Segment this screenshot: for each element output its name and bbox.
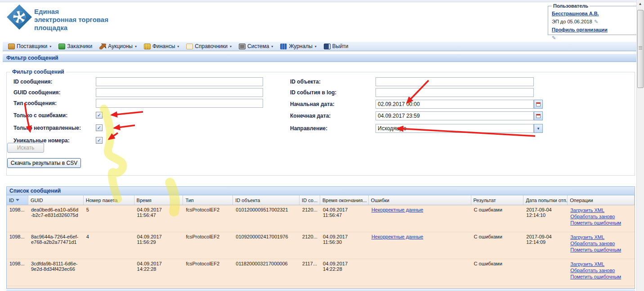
grid-header-row: IDGUIDНомер пакетаВремяТипID объектаID с… (7, 195, 635, 205)
filter-label: ID сообщения: (13, 79, 53, 85)
menu-item-label: Заказчики (67, 43, 92, 49)
column-header-ошибки[interactable]: Ошибки (369, 195, 471, 205)
filter-label: Тип сообщения: (13, 100, 57, 106)
error-link[interactable]: Некорректные данные (371, 207, 423, 212)
org-profile-link[interactable]: Профиль организации (552, 27, 608, 32)
edit-pencil-icon[interactable]: ✎ (552, 35, 556, 40)
column-header-label: Тип (185, 198, 193, 203)
calendar-trigger-button[interactable] (534, 100, 543, 109)
menu-item-customers[interactable]: Заказчики (56, 42, 95, 50)
column-header-label: ID со... (302, 198, 318, 203)
menu-item-label: Журналы (289, 43, 312, 49)
cell-type: fcsProtocolEF2 (183, 259, 233, 286)
operation-link-обработать[interactable]: Обработать заново (570, 213, 632, 220)
scrollbar-thumb[interactable] (637, 10, 644, 88)
chevron-down-icon: ▾ (49, 44, 51, 48)
checkbox-2[interactable]: ✓ (96, 124, 103, 131)
user-name-link[interactable]: Бесстрашнова А.В. (552, 11, 599, 16)
reference-icon (186, 44, 193, 49)
grid-body: 1098...dea0bed6-ea10-a56d -b2c7-e831d326… (7, 205, 635, 290)
vertical-scrollbar[interactable]: ▲ (636, 0, 644, 291)
cell-object_id: 0118200003217000006 (233, 259, 300, 286)
menu-item-journals[interactable]: Журналы▾ (277, 42, 319, 50)
scroll-up-icon[interactable]: ▲ (638, 1, 643, 7)
menu-item-label: Поставщики (17, 43, 47, 49)
filter-input-right-2[interactable] (376, 88, 534, 97)
operation-link-пометить[interactable]: Пометить ошибочным (570, 273, 632, 280)
window-top-strip (0, 0, 644, 2)
suppliers-icon (8, 44, 15, 49)
menu-item-system[interactable]: Система▾ (236, 42, 276, 50)
column-header-время[interactable]: Время (134, 195, 183, 205)
cell-result: С ошибками (471, 205, 524, 232)
column-header-результат[interactable]: Результат (471, 195, 524, 205)
checkbox-label: Только неотправленные: (13, 125, 81, 131)
table-row[interactable]: 1098...8ac9644a-7264-e6ef- e768-a2b2a774… (7, 232, 635, 259)
filter-input-right-4[interactable] (376, 111, 534, 120)
column-header-тип[interactable]: Тип (183, 195, 233, 205)
cell-errors (369, 259, 471, 286)
cell-id: 1098... (7, 205, 28, 232)
checkbox-1[interactable]: ✓ (96, 112, 103, 119)
column-header-номер-пакета[interactable]: Номер пакета (84, 195, 134, 205)
cell-type: fcsProtocolEF2 (183, 205, 233, 232)
filter-input-right-3[interactable] (376, 100, 534, 109)
cell-guid: 3cdfda9b-8111-6d6e- 9e2d-8d34f423ec66 (28, 259, 84, 286)
table-row[interactable]: 1098...3cdfda9b-8111-6d6e- 9e2d-8d34f423… (7, 259, 635, 286)
operation-link-загрузить[interactable]: Загрузить XML (570, 234, 632, 240)
filter-label: ID события в log: (290, 89, 336, 96)
column-header-время-окончания-[interactable]: Время окончания... (320, 195, 369, 205)
operation-link-обработать[interactable]: Обработать заново (570, 240, 632, 247)
error-link[interactable]: Некорректные данные (371, 234, 423, 239)
eetp-logo-icon (6, 4, 32, 30)
column-header-label: GUID (31, 198, 43, 203)
filter-input-1[interactable] (96, 77, 263, 86)
checkbox-3[interactable]: ✓ (96, 137, 103, 144)
operation-link-загрузить[interactable]: Загрузить XML (570, 207, 632, 213)
direction-field[interactable] (376, 124, 534, 133)
filter-input-3[interactable] (96, 99, 263, 108)
menu-item-exit[interactable]: Выйти (321, 42, 351, 50)
paging-toolbar-edge (6, 288, 635, 291)
column-header-label: Ошибки (371, 198, 389, 203)
operation-link-пометить[interactable]: Пометить ошибочным (570, 220, 632, 226)
operation-link-загрузить[interactable]: Загрузить XML (570, 261, 632, 267)
cell-attempt: 2017-09-04 12:14:10 (523, 205, 568, 232)
column-header-операции[interactable]: Операции (568, 195, 635, 205)
menu-item-auctions[interactable]: Аукционы▾ (97, 42, 139, 50)
column-header-label: Результат (474, 198, 496, 203)
operation-link-обработать[interactable]: Обработать заново (570, 267, 632, 273)
column-header-id[interactable]: ID (7, 195, 28, 205)
menu-item-label: Система (247, 43, 269, 49)
column-header-дата-попытки-отп-[interactable]: Дата попытки отп... (523, 195, 568, 205)
column-header-guid[interactable]: GUID (28, 195, 84, 205)
download-csv-button[interactable]: Скачать результаты в CSV (7, 158, 81, 168)
cell-object_id: 0109200002417001976 (233, 232, 300, 259)
search-button[interactable]: Искать (7, 143, 44, 153)
edit-pencil-icon[interactable]: ✎ (594, 19, 598, 24)
menu-item-finance[interactable]: Финансы▾ (141, 42, 182, 50)
select-trigger-button[interactable]: ▼ (534, 124, 543, 133)
menu-item-reference[interactable]: Справочники▾ (183, 42, 234, 50)
cell-attempt (523, 259, 568, 286)
cell-packet (84, 259, 134, 286)
menu-bar: Поставщики▾ЗаказчикиАукционы▾Финансы▾Спр… (3, 41, 638, 51)
cell-id_so: 2120... (300, 205, 320, 232)
filter-label: Начальная дата: (290, 101, 335, 107)
operation-link-пометить[interactable]: Пометить ошибочным (570, 247, 632, 253)
filter-label: Конечная дата: (290, 113, 331, 119)
menu-item-label: Выйти (332, 43, 349, 49)
column-header-id-со-[interactable]: ID со... (300, 195, 320, 205)
table-row[interactable]: 1098...dea0bed6-ea10-a56d -b2c7-e831d326… (7, 205, 635, 232)
filter-input-right-1[interactable] (376, 77, 534, 86)
filter-input-2[interactable] (96, 88, 263, 97)
column-header-label: Операции (570, 198, 593, 203)
column-header-id-объекта[interactable]: ID объекта (233, 195, 300, 205)
menu-item-suppliers[interactable]: Поставщики▾ (5, 42, 54, 50)
cell-operations: Загрузить XMLОбработать зановоПометить о… (568, 205, 635, 232)
cell-time: 04.09.2017 11:56:29 (134, 232, 183, 259)
column-header-label: ID (9, 198, 14, 203)
column-header-label: Номер пакета (86, 198, 118, 203)
column-header-label: Время окончания... (322, 198, 367, 203)
calendar-trigger-button[interactable] (534, 111, 543, 120)
